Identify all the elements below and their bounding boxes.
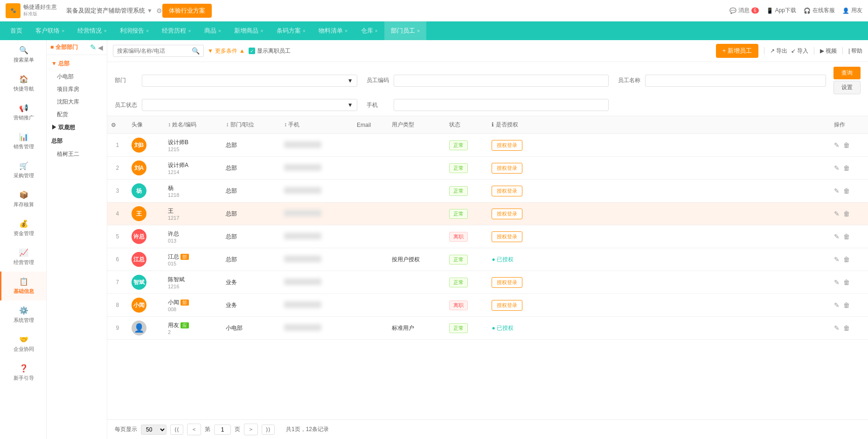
search-submit-icon[interactable]: 🔍 <box>192 47 200 55</box>
query-button[interactable]: 查询 <box>833 67 861 79</box>
nav-shortcuts[interactable]: 🏠 快捷导航 <box>0 69 46 98</box>
edit-icon[interactable]: ✎ <box>834 233 840 240</box>
dept-item-headquarters-top[interactable]: ▼ 总部 <box>47 57 107 70</box>
nav-purchase[interactable]: 🛒 采购管理 <box>0 156 46 185</box>
dept-item-headquarters[interactable]: 总部 <box>47 134 107 148</box>
close-icon[interactable]: × <box>146 28 149 34</box>
dept-item-shenyang[interactable]: 沈阳大库 <box>47 96 107 108</box>
auth-login-button[interactable]: 授权登录 <box>492 186 522 196</box>
row-email <box>353 248 388 271</box>
empstatus-filter-select[interactable]: ▼ <box>142 99 357 111</box>
user-button[interactable]: 👤 用友 <box>842 7 862 14</box>
first-page-button[interactable]: ⟨⟨ <box>170 425 183 435</box>
next-page-button[interactable]: ＞ <box>244 424 258 435</box>
add-employee-button[interactable]: + 新增员工 <box>716 44 758 58</box>
delete-icon[interactable]: 🗑 <box>843 164 850 172</box>
nav-guide[interactable]: ❓ 新手引导 <box>0 358 46 387</box>
tab-barcode[interactable]: 条码方案 × <box>270 21 312 40</box>
online-service-button[interactable]: 🎧 在线客服 <box>804 7 835 14</box>
close-icon[interactable]: × <box>218 28 221 34</box>
more-filter-button[interactable]: ▼ 更多条件 ▲ <box>208 47 245 55</box>
nav-operations[interactable]: 📈 经营管理 <box>0 243 46 272</box>
messages-button[interactable]: 💬 消息 6 <box>729 7 759 14</box>
nav-enterprise[interactable]: 🤝 企业协同 <box>0 329 46 358</box>
nav-inventory[interactable]: 📦 库存核算 <box>0 185 46 214</box>
app-download-button[interactable]: 📱 App下载 <box>766 7 796 14</box>
phone-filter-input[interactable] <box>394 99 609 111</box>
prev-page-button[interactable]: ＜ <box>187 424 201 435</box>
last-page-button[interactable]: ⟩⟩ <box>262 425 275 435</box>
try-plan-button[interactable]: 体验行业方案 <box>162 4 212 18</box>
dropdown-icon[interactable]: ▼ <box>147 7 153 14</box>
page-number-input[interactable] <box>214 425 231 435</box>
tab-warehouse[interactable]: 仓库 × <box>354 21 384 40</box>
dept-item-xmukufang[interactable]: 项目库房 <box>47 83 107 96</box>
auth-login-button[interactable]: 授权登录 <box>492 277 522 288</box>
empcode-filter-input[interactable] <box>394 75 609 87</box>
auth-login-button[interactable]: 授权登录 <box>492 300 522 311</box>
tab-customer[interactable]: 客户联络 × <box>29 21 71 40</box>
delete-icon[interactable]: 🗑 <box>843 324 850 332</box>
tab-employees[interactable]: 部门员工 × <box>384 21 426 40</box>
reset-button[interactable]: 设置 <box>833 81 861 94</box>
delete-icon[interactable]: 🗑 <box>843 210 850 217</box>
tab-bom[interactable]: 物料清单 × <box>312 21 354 40</box>
nav-sales[interactable]: 📊 销售管理 <box>0 127 46 156</box>
tab-add-goods[interactable]: 新增商品 × <box>228 21 270 40</box>
import-button[interactable]: ↙ 导入 <box>791 47 808 55</box>
tab-profit[interactable]: 利润报告 × <box>113 21 155 40</box>
delete-icon[interactable]: 🗑 <box>843 187 850 195</box>
empname-filter-input[interactable] <box>645 75 826 87</box>
close-icon[interactable]: × <box>260 28 263 34</box>
show-resigned-toggle[interactable]: ✓ 显示离职员工 <box>249 47 291 55</box>
tab-bizhistory[interactable]: 经营历程 × <box>155 21 197 40</box>
edit-icon[interactable]: ✎ <box>90 43 96 52</box>
close-icon[interactable]: × <box>345 28 347 34</box>
nav-basics[interactable]: 📋 基础信息 <box>0 272 46 300</box>
close-icon[interactable]: × <box>417 28 420 34</box>
nav-marketing[interactable]: 📢 营销推广 <box>0 98 46 127</box>
edit-icon[interactable]: ✎ <box>834 279 840 286</box>
tab-home[interactable]: 首页 <box>4 21 29 40</box>
delete-icon[interactable]: 🗑 <box>843 279 850 286</box>
view-button[interactable]: ▶ 视频 <box>820 47 837 55</box>
tab-operations[interactable]: 经营情况 × <box>71 21 113 40</box>
delete-icon[interactable]: 🗑 <box>843 141 850 149</box>
close-icon[interactable]: × <box>375 28 378 34</box>
dept-item-shuanglu[interactable]: ▶ 双鹿想 <box>47 121 107 134</box>
dept-item-xiaodibu[interactable]: 小电部 <box>47 70 107 83</box>
delete-icon[interactable]: 🗑 <box>843 233 850 240</box>
page-size-select[interactable]: 50 100 <box>141 425 167 435</box>
nav-finance[interactable]: 💰 资金管理 <box>0 214 46 243</box>
close-icon[interactable]: × <box>62 28 64 34</box>
nav-system[interactable]: ⚙️ 系统管理 <box>0 300 46 329</box>
dept-item-zhushuwangsan[interactable]: 植树王二 <box>47 148 107 160</box>
edit-icon[interactable]: ✎ <box>834 210 840 217</box>
edit-icon[interactable]: ✎ <box>834 187 840 195</box>
tab-goods[interactable]: 商品 × <box>198 21 228 40</box>
auth-login-button[interactable]: 授权登录 <box>492 231 522 242</box>
edit-icon[interactable]: ✎ <box>834 324 840 332</box>
auth-login-button[interactable]: 授权登录 <box>492 163 522 174</box>
edit-icon[interactable]: ✎ <box>834 164 840 172</box>
nav-search[interactable]: 🔍 搜索菜单 <box>0 40 46 69</box>
delete-icon[interactable]: 🗑 <box>843 256 850 263</box>
search-input[interactable] <box>117 48 192 54</box>
auth-login-button[interactable]: 授权登录 <box>492 140 522 151</box>
collapse-icon[interactable]: ◀ <box>98 44 103 51</box>
dept-filter-select[interactable]: ▼ <box>142 75 357 87</box>
auth-login-button[interactable]: 授权登录 <box>492 209 522 219</box>
close-icon[interactable]: × <box>104 28 106 34</box>
close-icon[interactable]: × <box>303 28 306 34</box>
delete-icon[interactable]: 🗑 <box>843 301 850 309</box>
close-icon[interactable]: × <box>188 28 191 34</box>
dept-item-peihuo[interactable]: 配货 <box>47 108 107 121</box>
all-depts-label[interactable]: ■ 全部部门 <box>50 43 78 51</box>
settings-icon[interactable]: ⚙ <box>156 7 162 14</box>
edit-icon[interactable]: ✎ <box>834 256 840 263</box>
settings-col-icon[interactable]: ⚙ <box>111 122 116 128</box>
help-button[interactable]: | 帮助 <box>848 47 862 55</box>
edit-icon[interactable]: ✎ <box>834 301 840 309</box>
edit-icon[interactable]: ✎ <box>834 141 840 149</box>
export-button[interactable]: ↗ 导出 <box>770 47 787 55</box>
